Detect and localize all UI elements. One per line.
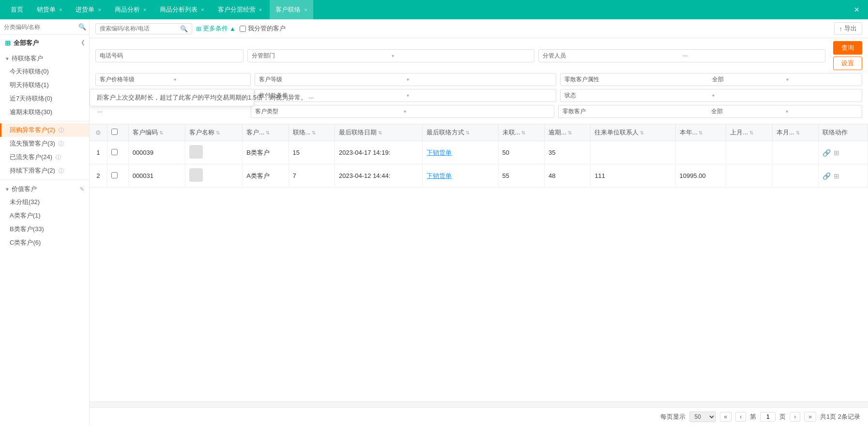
- nav-product-analysis-list[interactable]: 商品分析列表 ×: [154, 0, 210, 19]
- sidebar-item-ungrouped[interactable]: 未分组(32): [0, 195, 89, 209]
- sidebar-item-declining[interactable]: 持续下滑客户(2) ⓘ: [0, 164, 89, 177]
- sidebar-item-c-class[interactable]: C类客户(6): [0, 236, 89, 250]
- th-checkbox[interactable]: [107, 124, 128, 141]
- person-dots[interactable]: ···: [681, 52, 821, 59]
- sidebar-item-b-class[interactable]: B类客户(33): [0, 222, 89, 236]
- retail-customer-field[interactable]: 零散客户 全部 ▾: [558, 105, 862, 118]
- nav-purchase-order[interactable]: 进货单 ×: [70, 0, 107, 19]
- th-this-month[interactable]: 本月... ⇅: [772, 124, 818, 141]
- th-action: 联络动作: [819, 124, 868, 141]
- nav-home[interactable]: 首页: [5, 0, 29, 19]
- person-field[interactable]: 分管人员 ···: [538, 49, 825, 62]
- row-action-link-icon-2[interactable]: 🔗: [822, 172, 831, 180]
- th-settings[interactable]: ⚙: [90, 124, 107, 141]
- sidebar-item-repeat-purchase[interactable]: 回购异常客户(2) ⓘ: [0, 123, 89, 137]
- my-customers-checkbox[interactable]: [240, 26, 246, 32]
- first-page-btn[interactable]: «: [720, 412, 732, 422]
- query-btn[interactable]: 查询: [833, 41, 862, 55]
- my-customers-checkbox-wrap[interactable]: 我分管的客户: [240, 24, 286, 33]
- phone-field[interactable]: 电话号码: [95, 49, 244, 62]
- td-last-method-2[interactable]: 下销货单: [423, 164, 498, 188]
- tooltip-dots[interactable]: ···: [308, 94, 314, 101]
- row-checkbox-1[interactable]: [111, 149, 118, 155]
- adv-dots-row4[interactable]: ···: [95, 108, 243, 115]
- th-contact-count[interactable]: 联络... ⇅: [289, 124, 335, 141]
- sidebar-item-today-pending[interactable]: 今天待联络(0): [0, 65, 89, 78]
- page-size-select[interactable]: 50 20 100: [689, 411, 716, 422]
- page-input[interactable]: [760, 412, 776, 422]
- td-seq-2: 2: [90, 164, 107, 188]
- row-action-grid-icon-1[interactable]: ⊞: [834, 149, 839, 157]
- row-action-link-icon-1[interactable]: 🔗: [822, 149, 831, 157]
- sort-this-month-icon: ⇅: [796, 130, 800, 135]
- prev-page-btn[interactable]: ‹: [735, 412, 746, 422]
- nav-customer-stratification[interactable]: 客户分层经营 ×: [212, 0, 268, 19]
- th-last-contact-method[interactable]: 最后联络方式 ⇅: [423, 124, 498, 141]
- nav-close-product-analysis-list[interactable]: ×: [201, 7, 204, 13]
- sidebar-item-a-class[interactable]: A类客户(1): [0, 209, 89, 222]
- row-action-grid-icon-2[interactable]: ⊞: [834, 172, 839, 180]
- sidebar-item-overdue-pending[interactable]: 逾期未联络(30): [0, 105, 89, 119]
- next-page-btn[interactable]: ›: [790, 412, 800, 422]
- dept-field[interactable]: 分管部门 ▾: [247, 49, 534, 62]
- value-edit-icon[interactable]: ✎: [80, 186, 84, 192]
- adv-row-2: 客户价格等级 ▾ 客户等级 ▾ 零散客户属性 全部 ▾: [95, 73, 862, 86]
- sidebar-item-lost-preview[interactable]: 流失预警客户(3) ⓘ: [0, 137, 89, 150]
- gear-icon[interactable]: ⚙: [95, 129, 101, 136]
- th-last-contact-date[interactable]: 最后联络日期 ⇅: [335, 124, 423, 141]
- nav-close-purchase-order[interactable]: ×: [98, 7, 101, 13]
- nav-sales-order[interactable]: 销货单 ×: [31, 0, 68, 19]
- sidebar-item-week-pending[interactable]: 近7天待联络(0): [0, 92, 89, 105]
- td-contact-count-1: 15: [289, 141, 335, 164]
- select-all-checkbox[interactable]: [111, 129, 118, 135]
- th-not-contacted[interactable]: 未联... ⇅: [498, 124, 544, 141]
- nav-close-product-analysis[interactable]: ×: [143, 7, 146, 13]
- td-last-method-1[interactable]: 下销货单: [423, 141, 498, 164]
- td-not-contacted-1: 50: [498, 141, 544, 164]
- th-last-month[interactable]: 上月... ⇅: [726, 124, 772, 141]
- nav-close-customer-stratification[interactable]: ×: [259, 7, 262, 13]
- nav-close-customer-contact[interactable]: ×: [304, 7, 307, 13]
- nav-customer-contact[interactable]: 客户联络 ×: [270, 0, 313, 19]
- nav-window-close[interactable]: ×: [850, 5, 863, 15]
- th-this-year[interactable]: 本年... ⇅: [675, 124, 726, 141]
- hscroll-bar[interactable]: [90, 401, 868, 407]
- search-input[interactable]: [100, 25, 178, 32]
- th-name[interactable]: 客户名称 ⇅: [185, 124, 243, 141]
- td-checkbox-1[interactable]: [107, 141, 128, 164]
- sidebar-collapse-btn[interactable]: 《: [78, 39, 84, 47]
- sidebar-item-tomorrow-pending[interactable]: 明天待联络(1): [0, 78, 89, 92]
- sidebar-search-icon[interactable]: 🔍: [78, 23, 86, 30]
- last-page-btn[interactable]: »: [804, 412, 816, 422]
- sidebar-search-input[interactable]: [4, 24, 76, 30]
- export-btn[interactable]: ↑ 导出: [834, 22, 863, 35]
- nav-close-sales-order[interactable]: ×: [59, 7, 62, 13]
- customer-level-field[interactable]: 客户等级 ▾: [255, 73, 557, 86]
- sort-name-icon: ⇅: [216, 130, 220, 135]
- th-contact-person[interactable]: 往来单位联系人 ⇅: [591, 124, 675, 141]
- td-type-1: B类客户: [243, 141, 289, 164]
- td-checkbox-2[interactable]: [107, 164, 128, 188]
- price-level-field[interactable]: 客户价格等级 ▾: [95, 73, 251, 86]
- sidebar-pending-group[interactable]: ▼ 待联络客户: [0, 51, 89, 65]
- more-conditions-btn[interactable]: ⊞ 更多条件 ▲: [196, 24, 236, 33]
- retail-attr-field[interactable]: 零散客户属性 全部 ▾: [560, 73, 862, 86]
- sort-type-icon: ⇅: [266, 130, 270, 135]
- td-code-2: 000031: [128, 164, 185, 188]
- row-checkbox-2[interactable]: [111, 172, 118, 178]
- settings-btn[interactable]: 设置: [833, 57, 862, 70]
- th-type[interactable]: 客户... ⇅: [243, 124, 289, 141]
- customer-avatar-2: [189, 168, 203, 182]
- th-code[interactable]: 客户编码 ⇅: [128, 124, 185, 141]
- search-icon[interactable]: 🔍: [180, 25, 188, 32]
- sidebar-item-already-lost[interactable]: 已流失客户(24) ⓘ: [0, 150, 89, 164]
- status-field[interactable]: 状态 ▾: [560, 89, 862, 102]
- sidebar-all-customers-header: ⊞ 全部客户 《: [0, 35, 89, 51]
- nav-product-analysis[interactable]: 商品分析 ×: [109, 0, 152, 19]
- th-overdue[interactable]: 逾期... ⇅: [544, 124, 590, 141]
- sidebar-value-group[interactable]: ▼ 价值客户 ✎: [0, 182, 89, 195]
- advanced-filter: 电话号码 分管部门 ▾ 分管人员 ··· 查询 设置: [90, 38, 868, 124]
- table-row: 2 000031 A类客户: [90, 164, 868, 188]
- customer-type-select[interactable]: 客户类型 ▾: [251, 105, 555, 118]
- lost-preview-info-icon: ⓘ: [59, 141, 64, 147]
